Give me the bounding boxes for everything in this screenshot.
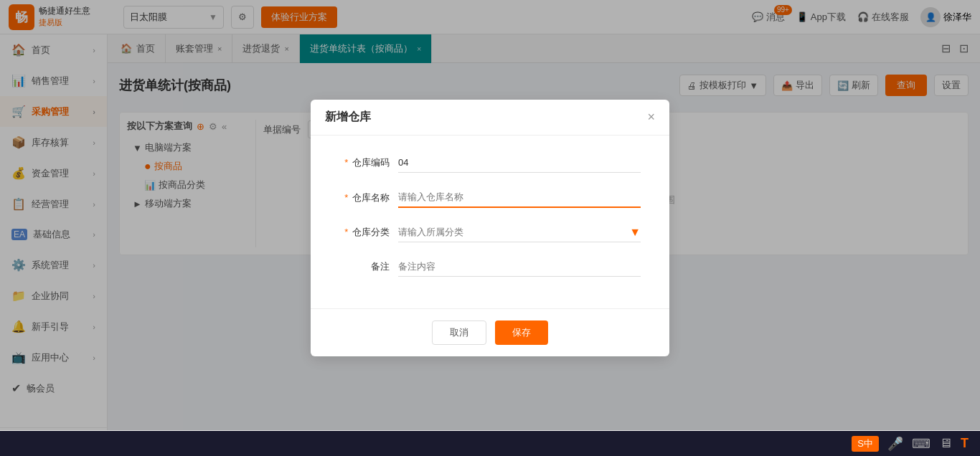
form-row-name: * 仓库名称 (339, 187, 641, 208)
warehouse-note-input[interactable] (398, 257, 641, 277)
modal-body: * 仓库编码 * 仓库名称 * 仓库分类 (311, 136, 669, 308)
form-row-note: 备注 (339, 257, 641, 277)
warehouse-category-input[interactable] (398, 222, 641, 242)
t-icon-button[interactable]: T (961, 436, 969, 451)
form-label-code: * 仓库编码 (339, 156, 390, 169)
microphone-icon[interactable]: 🎤 (887, 436, 903, 452)
modal-title: 新增仓库 (325, 110, 371, 125)
form-row-code: * 仓库编码 (339, 153, 641, 173)
modal-footer: 取消 保存 (311, 308, 669, 356)
required-mark: * (344, 157, 348, 168)
save-button[interactable]: 保存 (495, 320, 548, 345)
form-label-note: 备注 (339, 260, 390, 273)
form-row-category: * 仓库分类 ▼ (339, 222, 641, 242)
cancel-button[interactable]: 取消 (432, 320, 486, 345)
form-label-name: * 仓库名称 (339, 191, 390, 204)
bottom-bar: S中 🎤 ⌨ 🖥 T (0, 430, 980, 456)
modal-header: 新增仓库 × (311, 100, 669, 136)
new-warehouse-modal: 新增仓库 × * 仓库编码 * 仓库名称 (311, 100, 669, 356)
s-icon-button[interactable]: S中 (852, 436, 879, 452)
form-label-category: * 仓库分类 (339, 226, 390, 239)
category-select-row: ▼ (398, 222, 641, 242)
required-mark: * (344, 227, 348, 237)
select-arrow-icon: ▼ (629, 226, 641, 239)
keyboard-icon[interactable]: ⌨ (912, 436, 930, 452)
modal-overlay[interactable]: 新增仓库 × * 仓库编码 * 仓库名称 (0, 0, 980, 456)
warehouse-name-input[interactable] (398, 187, 641, 208)
warehouse-code-input[interactable] (398, 153, 641, 173)
required-mark: * (344, 192, 348, 203)
monitor-icon[interactable]: 🖥 (939, 436, 952, 451)
modal-close-button[interactable]: × (647, 110, 655, 125)
